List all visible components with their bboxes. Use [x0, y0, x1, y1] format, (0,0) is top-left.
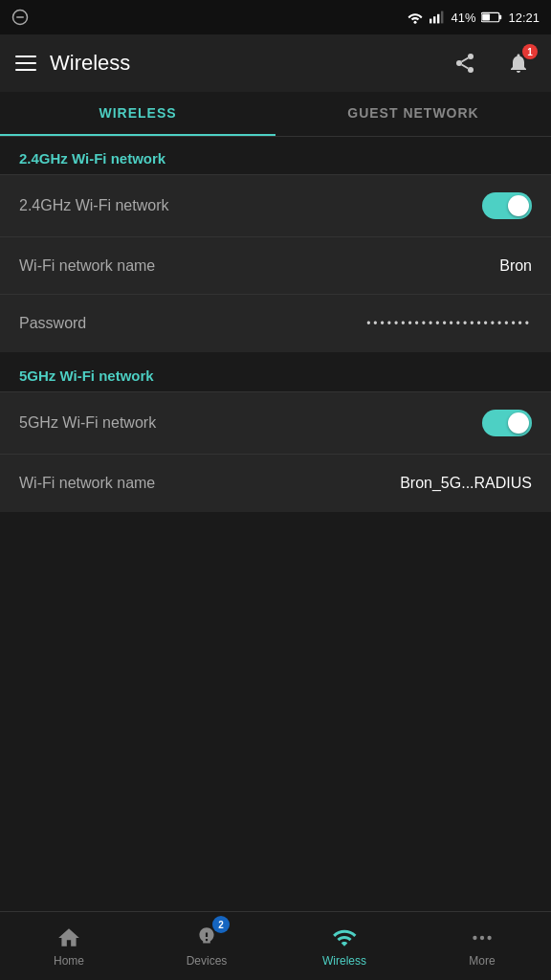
page-title: Wireless [50, 51, 130, 76]
battery-text: 41% [451, 11, 475, 25]
row-24ghz-ssid[interactable]: Wi-Fi network name Bron [0, 237, 551, 295]
notification-button[interactable]: 1 [501, 46, 536, 80]
row-24ghz-toggle: 2.4GHz Wi-Fi network [0, 175, 551, 237]
toggle-knob-24ghz [508, 195, 529, 216]
wireless-icon [332, 925, 357, 950]
svg-rect-6 [441, 11, 443, 24]
svg-point-16 [480, 935, 484, 939]
nav-devices-label: Devices [187, 954, 228, 968]
bottom-nav: Home 2 Devices Wireless More [0, 911, 551, 980]
section-header-24ghz: 2.4GHz Wi-Fi network [0, 137, 551, 174]
label-password-24ghz: Password [19, 315, 86, 332]
svg-rect-8 [499, 15, 501, 20]
app-bar-left: Wireless [15, 51, 130, 76]
status-bar-left [11, 9, 29, 26]
svg-line-13 [462, 65, 469, 69]
battery-icon [481, 11, 502, 23]
svg-rect-5 [437, 14, 439, 24]
status-bar-right: 41% 12:21 [407, 11, 540, 25]
svg-point-2 [414, 21, 417, 24]
label-wifi-name-24ghz: Wi-Fi network name [19, 257, 155, 275]
value-wifi-name-5ghz: Bron_5G...RADIUS [400, 475, 532, 492]
devices-badge: 2 [212, 916, 230, 933]
tab-wireless[interactable]: WIRELESS [0, 92, 276, 136]
app-bar-right: 1 [448, 46, 536, 80]
nav-wireless-label: Wireless [322, 954, 366, 968]
settings-group-24ghz: 2.4GHz Wi-Fi network Wi-Fi network name … [0, 175, 551, 352]
nav-home[interactable]: Home [0, 912, 138, 980]
row-24ghz-password[interactable]: Password •••••••••••••••••••••••• [0, 295, 551, 352]
menu-button[interactable] [15, 56, 36, 71]
label-24ghz-network: 2.4GHz Wi-Fi network [19, 197, 168, 214]
nav-wireless[interactable]: Wireless [276, 912, 413, 980]
main-content: 2.4GHz Wi-Fi network 2.4GHz Wi-Fi networ… [0, 137, 551, 585]
label-wifi-name-5ghz: Wi-Fi network name [19, 475, 155, 492]
svg-point-12 [468, 67, 474, 73]
share-icon [453, 52, 476, 75]
value-password-24ghz: •••••••••••••••••••••••• [366, 317, 532, 330]
svg-rect-4 [433, 16, 435, 23]
svg-point-15 [473, 935, 476, 939]
status-icon-minus [11, 9, 29, 26]
toggle-24ghz[interactable] [482, 192, 532, 219]
nav-more-label: More [469, 954, 495, 968]
more-icon [470, 925, 495, 950]
svg-rect-1 [16, 16, 24, 18]
toggle-knob-5ghz [508, 412, 529, 434]
svg-point-17 [487, 935, 491, 939]
label-5ghz-network: 5GHz Wi-Fi network [19, 414, 156, 432]
svg-line-14 [462, 58, 469, 62]
row-5ghz-toggle: 5GHz Wi-Fi network [0, 392, 551, 455]
home-icon [56, 925, 81, 950]
toggle-5ghz[interactable] [482, 410, 532, 436]
row-5ghz-ssid[interactable]: Wi-Fi network name Bron_5G...RADIUS [0, 455, 551, 512]
svg-rect-9 [483, 13, 491, 20]
svg-point-10 [468, 54, 474, 59]
nav-devices[interactable]: 2 Devices [138, 912, 276, 980]
share-button[interactable] [448, 46, 482, 80]
time-text: 12:21 [508, 11, 540, 25]
svg-point-11 [456, 60, 462, 66]
status-bar: 41% 12:21 [0, 0, 551, 34]
section-header-5ghz: 5GHz Wi-Fi network [0, 354, 551, 391]
settings-group-5ghz: 5GHz Wi-Fi network Wi-Fi network name Br… [0, 392, 551, 512]
svg-rect-3 [430, 19, 431, 24]
nav-home-label: Home [54, 954, 84, 968]
signal-icon [430, 11, 445, 24]
notification-badge: 1 [522, 44, 538, 59]
app-bar: Wireless 1 [0, 34, 551, 92]
value-wifi-name-24ghz: Bron [499, 257, 532, 275]
nav-more[interactable]: More [413, 912, 551, 980]
wifi-status-icon [407, 11, 424, 24]
tab-guest-network[interactable]: GUEST NETWORK [276, 92, 551, 136]
tabs-bar: WIRELESS GUEST NETWORK [0, 92, 551, 137]
